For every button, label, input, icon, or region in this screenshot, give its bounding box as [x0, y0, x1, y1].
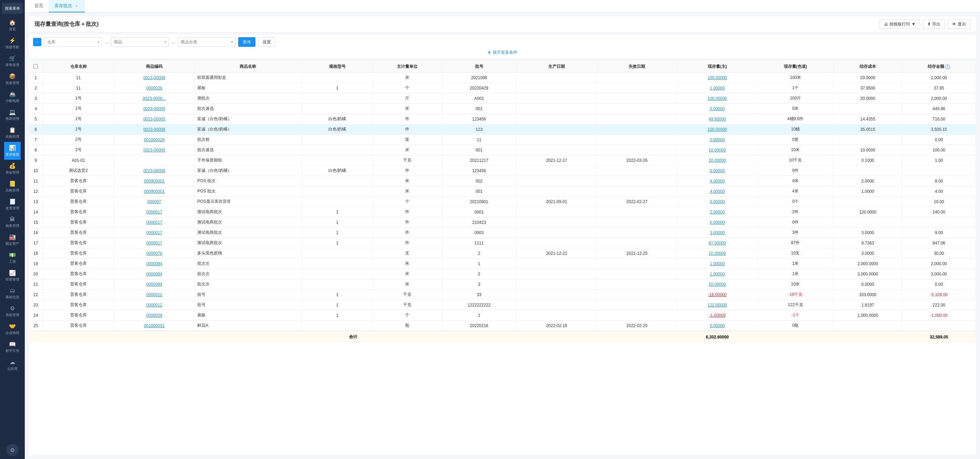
cell-qty1-18[interactable]: 1.00000	[677, 258, 757, 269]
cell-spec-4: 白色/奶橘	[302, 114, 373, 124]
cell-prod-18	[516, 258, 597, 269]
settings-button[interactable]: 设置	[258, 37, 275, 47]
tab-0[interactable]: 首页	[29, 0, 49, 13]
sidebar-item-11[interactable]: 🏛 税务管理	[4, 214, 21, 231]
sidebar-item-15[interactable]: 🗂 基础信息	[4, 285, 21, 302]
sidebar-item-1[interactable]: ⚡ 快捷导航	[4, 34, 21, 53]
search-button[interactable]: 查询	[238, 37, 255, 47]
sidebar-label-14: 经营管理	[5, 277, 19, 282]
cell-code-15[interactable]: 0000017	[114, 228, 194, 238]
cell-code-13[interactable]: 0000017	[114, 207, 194, 217]
expand-filter-icon[interactable]: ›	[33, 38, 41, 46]
cell-code-23[interactable]: 0000029	[114, 310, 194, 320]
cell-batch-8: 20211217	[442, 155, 516, 166]
cell-qty1-1[interactable]: 1.00000	[677, 83, 757, 93]
cell-qty1-4[interactable]: 49.60000	[677, 114, 757, 124]
cell-code-11[interactable]: 000900001	[114, 186, 194, 197]
cell-code-4[interactable]: 0023-00005	[114, 114, 194, 124]
cell-code-8[interactable]	[114, 155, 194, 166]
cell-qty1-6[interactable]: 0.00000	[677, 135, 757, 145]
sidebar-item-0[interactable]: 🏠 首页	[4, 16, 21, 34]
cell-qty1-0[interactable]: 100.00000	[677, 73, 757, 83]
sidebar-item-7[interactable]: 📊 库存核算	[4, 142, 21, 160]
cell-qty1-9[interactable]: 0.00000	[677, 166, 757, 176]
cell-qty1-2[interactable]: 100.00000	[677, 93, 757, 104]
sidebar-item-5[interactable]: 💻 电商管理	[4, 106, 21, 124]
cell-qty1-23[interactable]: -1.00000	[677, 310, 757, 320]
cell-qty1-17[interactable]: 10.00000	[677, 248, 757, 258]
cell-qty1-11[interactable]: 4.00000	[677, 186, 757, 197]
sidebar-item-18[interactable]: 📖 新手引导	[4, 338, 21, 356]
cell-code-20[interactable]: 0000084	[114, 279, 194, 290]
cell-code-22[interactable]: 0000012	[114, 300, 194, 310]
sidebar-item-10[interactable]: 🧾 发票管理	[4, 196, 21, 214]
cell-code-5[interactable]: 0023-00008	[114, 124, 194, 135]
cell-qty1-19[interactable]: 1.00000	[677, 269, 757, 279]
tab-1[interactable]: 库存批次×	[49, 0, 85, 13]
cell-code-14[interactable]: 0000017	[114, 217, 194, 228]
sidebar-item-9[interactable]: 📒 总账管理	[4, 178, 21, 196]
cell-code-1[interactable]: 0000029	[114, 83, 194, 93]
cell-code-19[interactable]: 0000084	[114, 269, 194, 279]
sidebar-item-13[interactable]: 💵 工资	[4, 249, 21, 267]
expand-more-btn[interactable]: ▼ 展开更多条件	[487, 49, 518, 56]
sidebar-item-12[interactable]: 🏭 固定资产	[4, 231, 21, 249]
select-all-checkbox[interactable]	[33, 64, 38, 69]
cell-qty2-2: 100斤	[757, 93, 834, 104]
cell-qty1-15[interactable]: 3.00000	[677, 228, 757, 238]
cell-code-0[interactable]: 0023-00009	[114, 73, 194, 83]
cell-code-7[interactable]: 0023-00005	[114, 145, 194, 155]
cell-qty1-20[interactable]: 10.00000	[677, 279, 757, 290]
sidebar-item-3[interactable]: 📦 批发管理	[4, 70, 21, 88]
cell-code-12[interactable]: 000097	[114, 197, 194, 207]
cell-qty1-10[interactable]: 4.00000	[677, 176, 757, 186]
cell-amount-1: 37.95	[902, 83, 976, 93]
cell-code-16[interactable]: 0000017	[114, 238, 194, 248]
cell-qty1-12[interactable]: 0.00000	[677, 197, 757, 207]
cell-qty1-3[interactable]: 0.00000	[677, 104, 757, 114]
warehouse-input[interactable]	[44, 37, 102, 47]
product-select-wrap	[111, 37, 169, 47]
cell-unit-18: 米	[373, 258, 442, 269]
cell-code-6[interactable]: 001000026	[114, 135, 194, 145]
sidebar-item-8[interactable]: 💰 资金管理	[4, 160, 21, 178]
product-input[interactable]	[111, 37, 169, 47]
cell-qty1-7[interactable]: 10.00000	[677, 145, 757, 155]
cell-code-21[interactable]: 0000012	[114, 290, 194, 300]
category-input[interactable]	[178, 37, 235, 47]
cell-code-10[interactable]: 000900001	[114, 176, 194, 186]
sidebar-logo[interactable]: 搜索菜单	[2, 3, 23, 14]
cell-qty1-24[interactable]: 0.00000	[677, 320, 757, 331]
sidebar-item-17[interactable]: 🤝 企业协同	[4, 320, 21, 338]
cell-qty1-8[interactable]: 10.00000	[677, 155, 757, 166]
cell-qty1-16[interactable]: 87.00000	[677, 238, 757, 248]
settings-gear-icon[interactable]: ⚙	[6, 444, 19, 456]
cell-qty1-14[interactable]: 0.00000	[677, 217, 757, 228]
cell-code-9[interactable]: 0023-00008	[114, 166, 194, 176]
cell-code-17[interactable]: 0000078	[114, 248, 194, 258]
cell-qty1-22[interactable]: 122.00000	[677, 300, 757, 310]
sidebar-item-14[interactable]: 📈 经营管理	[4, 267, 21, 285]
table-row: 19 普客仓库 0000084 批次次 米 1 1.00000 1米 2,000…	[29, 258, 976, 269]
sidebar-item-4[interactable]: 🚢 小船电商	[4, 88, 21, 106]
cell-code-24[interactable]: 001000031	[114, 320, 194, 331]
export-button[interactable]: ⬆ 导出	[923, 19, 945, 29]
sidebar-item-6[interactable]: 📋 采购管理	[4, 124, 21, 142]
cell-qty1-5[interactable]: 100.00000	[677, 124, 757, 135]
cell-warehouse-5: 1号	[43, 124, 114, 135]
cell-qty1-13[interactable]: 2.00000	[677, 207, 757, 217]
amount-info-icon[interactable]: i	[945, 64, 950, 69]
toggle-button[interactable]: 👁 显示	[948, 19, 970, 29]
cell-code-18[interactable]: 0000084	[114, 258, 194, 269]
cell-cost-10: 2.0000	[834, 176, 902, 186]
sidebar-item-19[interactable]: ☁ 云应用	[4, 356, 21, 374]
cell-code-2[interactable]: 0023-0000...	[114, 93, 194, 104]
cell-qty2-14: 0件	[757, 217, 834, 228]
cell-code-3[interactable]: 0023-00005	[114, 104, 194, 114]
print-button[interactable]: 🖨 按模板打印 ▼	[880, 19, 920, 29]
tab-close-1[interactable]: ×	[74, 3, 79, 8]
cell-qty1-21[interactable]: -16.00000	[677, 290, 757, 300]
sidebar-item-16[interactable]: ⚙ 系统管理	[4, 302, 21, 320]
sidebar-item-2[interactable]: 🛒 零售管理	[4, 53, 21, 70]
cell-spec-24	[302, 320, 373, 331]
